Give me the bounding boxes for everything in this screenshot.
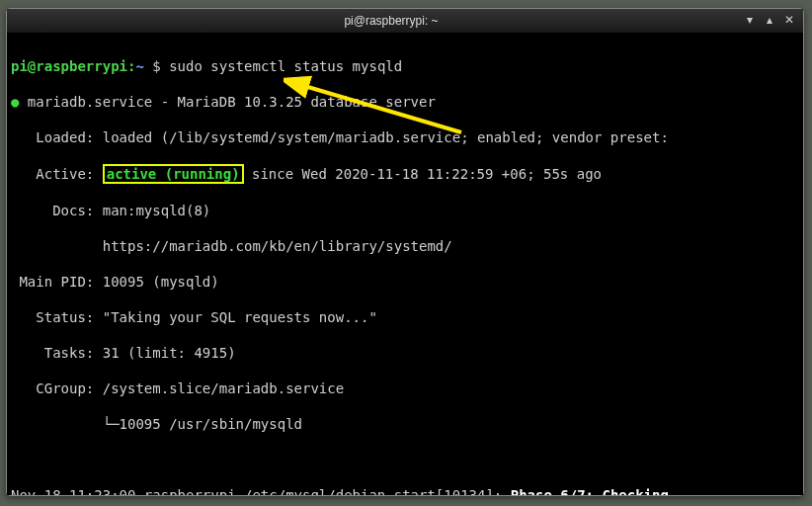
titlebar[interactable]: pi@raspberrypi: ~ ▾ ▴ ✕	[7, 9, 803, 34]
window-buttons: ▾ ▴ ✕	[736, 15, 803, 27]
docs-line2: https://mariadb.com/kb/en/library/system…	[11, 237, 799, 255]
terminal-window: pi@raspberrypi: ~ ▾ ▴ ✕ pi@raspberrypi:~…	[6, 8, 804, 496]
active-line: Active: active (running) since Wed 2020-…	[11, 164, 799, 184]
cgroup-line: CGroup: /system.slice/mariadb.service	[11, 380, 799, 397]
active-status-highlight: active (running)	[103, 164, 244, 184]
prompt-line: pi@raspberrypi:~ $ sudo systemctl status…	[11, 57, 799, 75]
minimize-icon[interactable]: ▾	[744, 15, 756, 27]
command: sudo systemctl status mysqld	[169, 58, 402, 74]
maximize-icon[interactable]: ▴	[764, 15, 775, 27]
unit-line: ● mariadb.service - MariaDB 10.3.25 data…	[11, 93, 799, 111]
tasks-line: Tasks: 31 (limit: 4915)	[11, 344, 799, 362]
loaded-line: Loaded: loaded (/lib/systemd/system/mari…	[11, 128, 799, 146]
docs-line1: Docs: man:mysqld(8)	[11, 202, 799, 219]
terminal-body[interactable]: pi@raspberrypi:~ $ sudo systemctl status…	[7, 34, 803, 495]
blank-line	[11, 451, 799, 468]
prompt-path: ~	[135, 58, 143, 74]
log-line: Nov 18 11:23:00 raspberrypi /etc/mysql/d…	[11, 486, 799, 495]
journal-log: Nov 18 11:23:00 raspberrypi /etc/mysql/d…	[11, 486, 799, 495]
mainpid-line: Main PID: 10095 (mysqld)	[11, 273, 799, 291]
status-msg-line: Status: "Taking your SQL requests now...…	[11, 308, 799, 326]
prompt-user: pi@raspberrypi	[11, 58, 127, 74]
window-title: pi@raspberrypi: ~	[46, 14, 736, 28]
cgroup-proc-line: └─10095 /usr/sbin/mysqld	[11, 415, 799, 433]
close-icon[interactable]: ✕	[783, 15, 795, 27]
